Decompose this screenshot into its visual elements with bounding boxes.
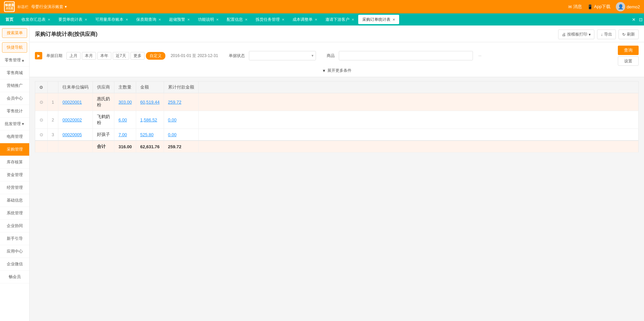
close-window-icon[interactable]: ✕ [632,17,636,22]
tab-label-10: 采购订单统计表 [362,17,390,22]
sidebar-item-member-club[interactable]: 畅会员 [0,271,29,283]
search-menu-btn[interactable]: 搜索菜单 [2,28,27,38]
row-settings-icon[interactable]: ⊙ [39,100,43,105]
user-menu[interactable]: 👤 demo2 [616,2,640,11]
sidebar-item-wechat[interactable]: 企业微信 [0,258,29,271]
tab-8[interactable]: 成本调整单 ✕ [288,15,321,24]
username: demo2 [627,4,640,9]
tab-close-4[interactable]: ✕ [187,18,190,21]
tab-label-6: 配置信息 [227,17,243,22]
td-index-3: 3 [48,129,58,141]
td-paid-1: 259.72 [164,93,198,111]
expand-more-btn[interactable]: ▼ 展开更多条件 [35,66,639,73]
tab-close-5[interactable]: ✕ [216,18,219,21]
th-extra [198,82,638,93]
top-bar-left: 畅捷通 好生意 标题栏 母婴行业演示账套 ▾ [4,1,67,12]
btn-more-date[interactable]: 更多 [130,52,145,60]
settings-btn[interactable]: 设置 [618,56,639,66]
th-amount: 金额 [136,82,164,93]
sidebar-item-inventory[interactable]: 库存核算 [0,156,29,169]
td-supplier-2: 飞鹤奶粉 [93,111,114,129]
filter-actions: 查询 设置 [618,46,639,66]
tab-close-6[interactable]: ✕ [245,18,248,21]
print-btn[interactable]: 🖨 按模板打印 ▾ [558,30,594,39]
tab-1[interactable]: 要货单统计表 ✕ [54,15,91,24]
goods-input[interactable] [339,51,473,60]
date-quick-btns: 上月 本月 本年 近7天 更多 自定义 [66,52,165,60]
sidebar-item-operations[interactable]: 经营管理 [0,181,29,194]
sidebar-item-app-center[interactable]: 应用中心 [0,245,29,258]
sidebar-item-retail-stats[interactable]: 零售统计 [0,105,29,118]
tab-0[interactable]: 收发存汇总表 ✕ [17,15,54,24]
btn-this-month[interactable]: 本月 [82,52,96,60]
filter-toggle-btn[interactable]: ▶ [35,52,42,59]
company-name: 母婴行业演示账套 [31,4,63,10]
app-download-btn[interactable]: 📱 App下载 [587,4,610,10]
tab-3[interactable]: 保质期查询 ✕ [132,15,165,24]
tab-close-7[interactable]: ✕ [282,18,284,21]
query-btn[interactable]: 查询 [618,46,639,55]
content-area: 采购订单统计表(按供应商) 🖨 按模板打印 ▾ ↓ 导出 ↻ 刷新 [30,25,644,321]
print-label: 按模板打印 [567,32,587,37]
sidebar-item-system[interactable]: 系统管理 [0,207,29,220]
sidebar-item-marketing[interactable]: 营销推广 [0,79,29,92]
sidebar-item-retail-management[interactable]: 零售管理 ▲ [0,54,29,67]
refresh-btn[interactable]: ↻ 刷新 [619,30,639,39]
tab-10[interactable]: 采购订单统计表 ✕ [358,15,399,24]
sidebar-item-retail-mall[interactable]: 零售商城 [0,67,29,79]
sidebar: 搜索菜单 快捷导航 零售管理 ▲ 零售商城 营销推广 会员中心 零售统计 批发管… [0,25,30,321]
phone-icon: 📱 [587,4,593,9]
td-amount-3: 525.80 [136,129,164,141]
tab-home[interactable]: 首页 [1,15,17,24]
export-btn[interactable]: ↓ 导出 [597,30,616,39]
sidebar-item-wholesale[interactable]: 批发管理 ▼ [0,118,29,130]
tab-label-1: 要货单统计表 [58,17,83,22]
btn-custom-date[interactable]: 自定义 [146,52,165,60]
tab-close-2[interactable]: ✕ [125,18,128,21]
page-actions: 🖨 按模板打印 ▾ ↓ 导出 ↻ 刷新 [558,30,639,39]
row-settings-icon[interactable]: ⊙ [39,117,43,122]
tab-label-3: 保质期查询 [136,17,156,22]
tab-7[interactable]: 拣货任务管理 ✕ [252,15,288,24]
tab-label-4: 超储预警 [169,17,185,22]
sidebar-item-label: 库存核算 [7,160,23,164]
tab-4[interactable]: 超储预警 ✕ [165,15,194,24]
filter-bar: ▶ 单据日期 上月 本月 本年 近7天 更多 自定义 2016-01-01 至 … [30,42,644,77]
column-settings-icon[interactable]: ⚙ [39,85,43,90]
sidebar-item-member[interactable]: 会员中心 [0,92,29,105]
td-paid-2: 0.00 [164,111,198,129]
btn-this-year[interactable]: 本年 [97,52,111,60]
tab-label-9: 邀请下游客户 [325,17,350,22]
tab-close-0[interactable]: ✕ [48,18,50,21]
tab-5[interactable]: 功能说明 ✕ [194,15,223,24]
tab-6[interactable]: 配置信息 ✕ [223,15,252,24]
status-select[interactable] [249,51,316,60]
chevron-right-icon: ▶ [37,53,40,58]
btn-7days[interactable]: 近7天 [113,52,129,60]
tab-label-0: 收发存汇总表 [21,17,46,22]
btn-last-month[interactable]: 上月 [66,52,80,60]
td-footer-amount: 62,631.76 [136,141,164,153]
sidebar-item-finance[interactable]: 资金管理 [0,169,29,181]
row-settings-icon[interactable]: ⊙ [39,132,43,137]
sidebar-item-guide[interactable]: 新手引导 [0,232,29,245]
tab-close-8[interactable]: ✕ [315,18,317,21]
tab-close-10[interactable]: ✕ [392,18,395,21]
tab-9[interactable]: 邀请下游客户 ✕ [321,15,358,24]
sidebar-item-ecommerce[interactable]: 电商管理 [0,130,29,143]
tab-close-3[interactable]: ✕ [158,18,161,21]
sidebar-item-enterprise[interactable]: 企业协同 [0,220,29,232]
message-icon: ✉ [568,4,572,9]
sidebar-item-purchase[interactable]: 采购管理 [0,143,29,156]
tab-2[interactable]: 可用量库存账本 ✕ [91,15,132,24]
more-options-icon[interactable]: ··· [478,54,481,58]
quick-nav-btn[interactable]: 快捷导航 [2,42,27,53]
message-btn[interactable]: ✉ 消息 [568,4,582,10]
restore-window-icon[interactable]: ⊡ [639,17,643,22]
sidebar-item-basic-info[interactable]: 基础信息 [0,194,29,207]
tab-close-1[interactable]: ✕ [85,18,87,21]
td-amount-2: 1,586.52 [136,111,164,129]
th-settings: ⚙ [35,82,48,93]
tab-close-9[interactable]: ✕ [352,18,354,21]
company-selector[interactable]: 母婴行业演示账套 ▾ [31,4,67,10]
